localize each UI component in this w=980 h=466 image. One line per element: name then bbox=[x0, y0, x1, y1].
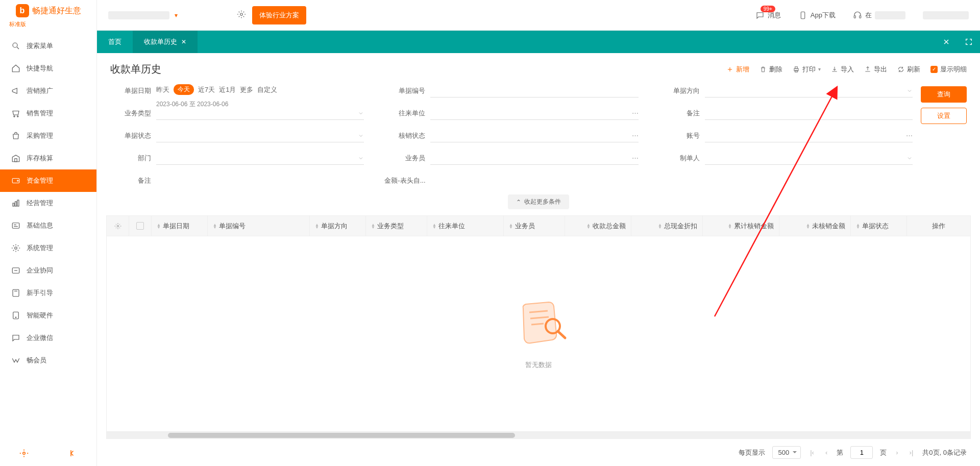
user-menu[interactable] bbox=[923, 11, 969, 19]
nav-search-menu[interactable]: 搜索菜单 bbox=[0, 35, 96, 57]
import-icon bbox=[831, 66, 838, 73]
delete-button[interactable]: 删除 bbox=[760, 65, 782, 74]
col-label: 单据方向 bbox=[321, 222, 348, 231]
column-settings-button[interactable] bbox=[107, 216, 129, 236]
nav-wecom[interactable]: 企业微信 bbox=[0, 327, 96, 349]
col-unverified-amount[interactable]: ▲▼未核销金额 bbox=[779, 216, 851, 236]
add-label: 新增 bbox=[736, 65, 749, 74]
footer-collapse-button[interactable] bbox=[48, 449, 97, 458]
col-doc-status[interactable]: ▲▼单据状态 bbox=[851, 216, 907, 236]
export-button[interactable]: 导出 bbox=[864, 65, 887, 74]
col-direction[interactable]: ▲▼单据方向 bbox=[310, 216, 366, 236]
nav-sales[interactable]: 销售管理 bbox=[0, 102, 96, 125]
collapse-icon bbox=[68, 449, 77, 458]
col-cash-discount[interactable]: ▲▼总现金折扣 bbox=[631, 216, 703, 236]
doc-no-input[interactable] bbox=[430, 84, 638, 97]
pager-last-button[interactable]: ›| bbox=[908, 449, 916, 456]
app-download-button[interactable]: App下载 bbox=[798, 11, 836, 20]
support-button[interactable]: 在 bbox=[853, 11, 905, 20]
horizontal-scrollbar[interactable] bbox=[107, 431, 970, 438]
filter-label: 备注 bbox=[659, 109, 700, 118]
tab-receipt-history[interactable]: 收款单历史 ✕ bbox=[133, 31, 198, 53]
nav-hardware[interactable]: 智能硬件 bbox=[0, 304, 96, 327]
nav-member[interactable]: 畅会员 bbox=[0, 349, 96, 372]
nav-business[interactable]: 经营管理 bbox=[0, 192, 96, 214]
refresh-button[interactable]: 刷新 bbox=[897, 65, 920, 74]
col-partner[interactable]: ▲▼往来单位 bbox=[427, 216, 504, 236]
collapse-filters-button[interactable]: ⌃收起更多条件 bbox=[508, 194, 569, 209]
page-number-input[interactable] bbox=[850, 446, 873, 459]
col-doc-no[interactable]: ▲▼单据编号 bbox=[208, 216, 310, 236]
doc-status-select[interactable] bbox=[156, 129, 364, 142]
nav-label: 营销推广 bbox=[27, 86, 53, 95]
scrollbar-thumb[interactable] bbox=[168, 433, 515, 438]
col-label: 往来单位 bbox=[438, 222, 465, 231]
verify-status-lookup[interactable]: ⋯ bbox=[430, 129, 638, 142]
col-total-amount[interactable]: ▲▼收款总金额 bbox=[565, 216, 631, 236]
filter-label: 单据日期 bbox=[110, 86, 151, 95]
org-settings-button[interactable] bbox=[237, 10, 246, 20]
partner-lookup[interactable]: ⋯ bbox=[430, 107, 638, 120]
amount-head-input[interactable] bbox=[431, 174, 639, 187]
topbar: ▾ 体验行业方案 99+ 消息 App下载 在 bbox=[97, 0, 980, 31]
import-button[interactable]: 导入 bbox=[831, 65, 854, 74]
date-opt-7days[interactable]: 近7天 bbox=[198, 85, 215, 94]
pager-prev-button[interactable]: ‹ bbox=[823, 449, 829, 456]
nav-label: 企业微信 bbox=[27, 333, 53, 342]
remark2-input[interactable] bbox=[156, 174, 364, 187]
nav-system[interactable]: 系统管理 bbox=[0, 237, 96, 259]
org-selector[interactable]: ▾ bbox=[108, 11, 231, 19]
account-lookup[interactable]: ⋯ bbox=[705, 129, 913, 142]
sort-icon: ▲▼ bbox=[806, 224, 810, 229]
settings-button[interactable]: 设置 bbox=[921, 108, 967, 124]
date-opt-1month[interactable]: 近1月 bbox=[219, 85, 236, 94]
nav-purchase[interactable]: 采购管理 bbox=[0, 125, 96, 147]
nav-quick-nav[interactable]: 快捷导航 bbox=[0, 57, 96, 80]
nav-guide[interactable]: 新手引导 bbox=[0, 282, 96, 304]
sidebar-footer bbox=[0, 440, 96, 466]
svg-rect-10 bbox=[12, 223, 19, 229]
direction-select[interactable] bbox=[705, 84, 913, 97]
svg-line-37 bbox=[558, 331, 565, 338]
remark-input[interactable] bbox=[705, 107, 913, 120]
print-button[interactable]: 打印▾ bbox=[793, 65, 821, 74]
nav-funds[interactable]: 资金管理 bbox=[0, 169, 96, 192]
dept-select[interactable] bbox=[156, 152, 364, 165]
col-biz-type[interactable]: ▲▼业务类型 bbox=[366, 216, 427, 236]
biz-type-select[interactable] bbox=[156, 107, 364, 120]
close-icon[interactable]: ✕ bbox=[181, 38, 186, 45]
nav-inventory[interactable]: 库存核算 bbox=[0, 147, 96, 169]
date-opt-more[interactable]: 更多 bbox=[240, 85, 253, 94]
footer-settings-button[interactable] bbox=[0, 449, 48, 458]
svg-line-35 bbox=[531, 324, 544, 325]
col-verified-amount[interactable]: ▲▼累计核销金额 bbox=[703, 216, 779, 236]
date-opt-yesterday[interactable]: 昨天 bbox=[156, 85, 169, 94]
query-button[interactable]: 查询 bbox=[921, 86, 967, 103]
tab-home[interactable]: 首页 bbox=[97, 31, 133, 53]
select-all-checkbox[interactable] bbox=[129, 216, 152, 236]
col-label: 业务类型 bbox=[377, 222, 404, 231]
messages-button[interactable]: 99+ 消息 bbox=[755, 11, 781, 20]
more-icon: ⋯ bbox=[632, 109, 639, 117]
sort-icon: ▲▼ bbox=[509, 224, 513, 229]
clerk-lookup[interactable]: ⋯ bbox=[430, 152, 638, 165]
creator-select[interactable] bbox=[705, 152, 913, 165]
try-plan-button[interactable]: 体验行业方案 bbox=[252, 6, 306, 24]
col-clerk[interactable]: ▲▼业务员 bbox=[504, 216, 565, 236]
nav-collab[interactable]: 企业协同 bbox=[0, 259, 96, 282]
date-opt-today[interactable]: 今天 bbox=[174, 84, 194, 95]
date-range-picker[interactable]: 昨天 今天 近7天 近1月 更多 自定义 2023-06-06 至 2023-0… bbox=[156, 84, 364, 97]
col-doc-date[interactable]: ▲▼单据日期 bbox=[152, 216, 208, 236]
nav-basic-info[interactable]: 基础信息 bbox=[0, 214, 96, 237]
tab-close-button[interactable] bbox=[935, 31, 958, 53]
empty-text: 暂无数据 bbox=[525, 360, 552, 370]
nav-marketing[interactable]: 营销推广 bbox=[0, 80, 96, 102]
show-detail-toggle[interactable]: ✓显示明细 bbox=[930, 65, 967, 74]
pager-first-button[interactable]: |‹ bbox=[808, 449, 816, 456]
date-opt-custom[interactable]: 自定义 bbox=[257, 85, 277, 94]
per-page-select[interactable]: 500 bbox=[772, 446, 801, 459]
tab-fullscreen-button[interactable] bbox=[958, 31, 980, 53]
pager-next-button[interactable]: › bbox=[894, 449, 900, 456]
add-button[interactable]: 新增 bbox=[726, 65, 749, 74]
search-icon bbox=[11, 41, 20, 51]
